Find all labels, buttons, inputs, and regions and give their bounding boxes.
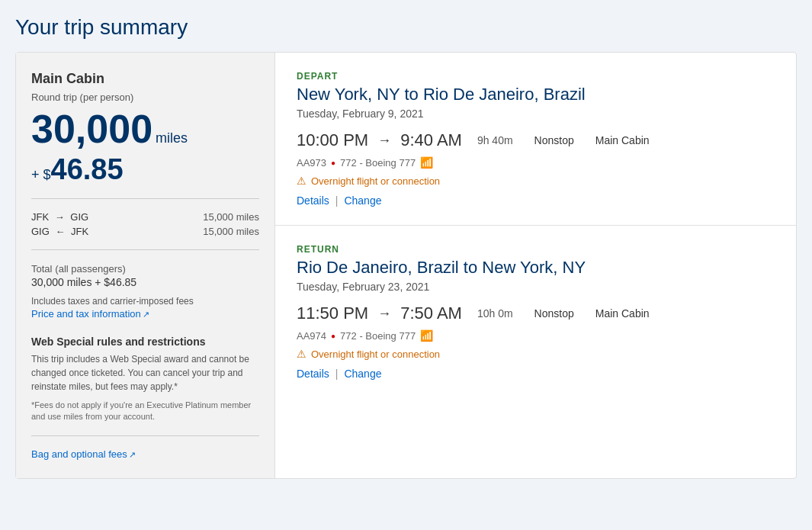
return-action-row: Details | Change bbox=[297, 368, 775, 380]
depart-dot: ● bbox=[331, 159, 335, 167]
bag-fees-link[interactable]: Bag and optional fees↗ bbox=[31, 448, 259, 460]
miles-amount: 30,000 bbox=[31, 109, 152, 149]
return-arrive-time: 7:50 AM bbox=[400, 304, 462, 323]
depart-details-link[interactable]: Details bbox=[297, 194, 329, 207]
depart-separator: | bbox=[335, 194, 339, 207]
return-date: Tuesday, February 23, 2021 bbox=[297, 281, 775, 293]
fee-amount: + $46.85 bbox=[31, 153, 124, 186]
total-value: 30,000 miles + $46.85 bbox=[31, 276, 259, 288]
depart-action-row: Details | Change bbox=[297, 194, 775, 207]
route-gig-jfk: GIG JFK 15,000 miles bbox=[31, 226, 259, 237]
return-cabin: Main Cabin bbox=[595, 307, 650, 320]
page-title: Your trip summary bbox=[15, 15, 797, 40]
return-flight-number: AA974 bbox=[297, 330, 326, 342]
depart-change-link[interactable]: Change bbox=[344, 194, 381, 207]
route-list: JFK GIG 15,000 miles GIG JFK 15,000 mile… bbox=[31, 211, 259, 237]
return-wifi-icon: 📶 bbox=[420, 329, 433, 342]
depart-section: DEPART New York, NY to Rio De Janeiro, B… bbox=[275, 53, 796, 226]
web-special-text: This trip includes a Web Special award a… bbox=[31, 352, 259, 393]
return-aircraft: 772 - Boeing 777 bbox=[340, 330, 416, 342]
return-section: RETURN Rio De Janeiro, Brazil to New Yor… bbox=[275, 226, 796, 398]
web-special-title: Web Special rules and restrictions bbox=[31, 336, 259, 348]
return-route: Rio De Janeiro, Brazil to New York, NY bbox=[297, 258, 775, 278]
arrive-time: 9:40 AM bbox=[400, 130, 462, 150]
depart-overnight-warning: ⚠ Overnight flight or connection bbox=[297, 175, 775, 187]
miles-unit: miles bbox=[156, 130, 188, 146]
depart-flight-info: AA973 ● 772 - Boeing 777 📶 bbox=[297, 156, 775, 169]
cabin-type: Main Cabin bbox=[31, 71, 259, 87]
return-dot: ● bbox=[331, 332, 335, 340]
depart-aircraft: 772 - Boeing 777 bbox=[340, 157, 416, 169]
depart-stop-type: Nonstop bbox=[534, 134, 574, 146]
return-duration: 10h 0m bbox=[477, 307, 513, 320]
depart-duration: 9h 40m bbox=[477, 134, 513, 146]
depart-cabin: Main Cabin bbox=[595, 134, 650, 146]
trip-summary-card: Main Cabin Round trip (per person) 30,00… bbox=[15, 52, 797, 479]
depart-time: 10:00 PM bbox=[297, 130, 368, 150]
right-panel: DEPART New York, NY to Rio De Janeiro, B… bbox=[275, 53, 796, 478]
return-warning-icon: ⚠ bbox=[297, 348, 307, 360]
depart-flight-number: AA973 bbox=[297, 157, 326, 169]
web-special-footnote: *Fees do not apply if you're an Executiv… bbox=[31, 400, 259, 423]
warning-icon: ⚠ bbox=[297, 175, 307, 187]
return-details-link[interactable]: Details bbox=[297, 368, 329, 380]
depart-arrow-icon: → bbox=[377, 133, 391, 149]
total-label: Total (all passengers) bbox=[31, 262, 259, 275]
return-tag: RETURN bbox=[297, 244, 775, 255]
return-separator: | bbox=[335, 368, 339, 380]
depart-date: Tuesday, February 9, 2021 bbox=[297, 108, 775, 120]
return-times-row: 11:50 PM → 7:50 AM 10h 0m Nonstop Main C… bbox=[297, 304, 775, 323]
depart-tag: DEPART bbox=[297, 71, 775, 82]
route-jfk-gig: JFK GIG 15,000 miles bbox=[31, 211, 259, 223]
return-arrow-icon: → bbox=[377, 306, 391, 322]
return-depart-time: 11:50 PM bbox=[297, 304, 368, 323]
return-flight-info: AA974 ● 772 - Boeing 777 📶 bbox=[297, 329, 775, 342]
return-stop-type: Nonstop bbox=[534, 307, 574, 320]
tax-note: Includes taxes and carrier-imposed fees bbox=[31, 296, 259, 307]
return-change-link[interactable]: Change bbox=[344, 368, 381, 380]
fee-prefix: + $ bbox=[31, 167, 51, 182]
depart-times-row: 10:00 PM → 9:40 AM 9h 40m Nonstop Main C… bbox=[297, 130, 775, 150]
wifi-icon: 📶 bbox=[420, 156, 433, 169]
return-overnight-warning: ⚠ Overnight flight or connection bbox=[297, 348, 775, 360]
depart-route: New York, NY to Rio De Janeiro, Brazil bbox=[297, 85, 775, 104]
total-section: Total (all passengers) 30,000 miles + $4… bbox=[31, 262, 259, 288]
price-tax-link[interactable]: Price and tax information↗ bbox=[31, 308, 149, 320]
trip-type: Round trip (per person) bbox=[31, 92, 259, 103]
left-panel: Main Cabin Round trip (per person) 30,00… bbox=[16, 53, 275, 478]
